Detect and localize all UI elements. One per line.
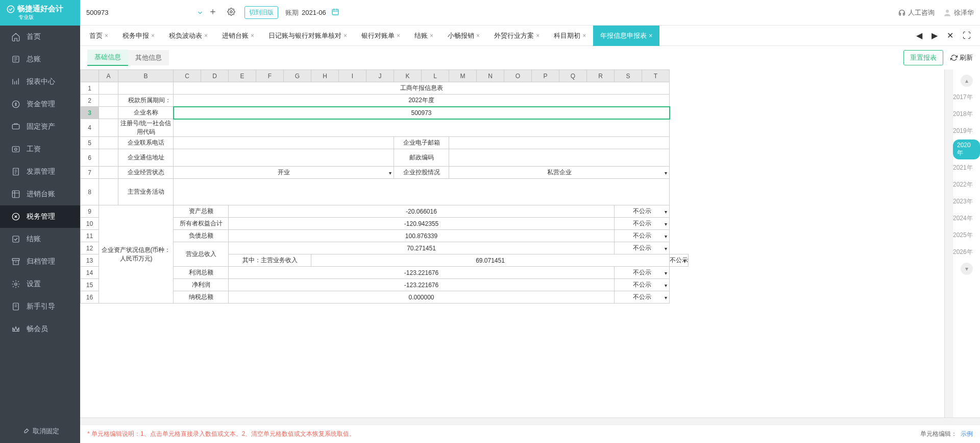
user-menu[interactable]: 徐泽华 [943, 8, 974, 17]
sidebar-item-psi[interactable]: 进销台账 [0, 183, 80, 205]
year-item[interactable]: 2018年 [953, 106, 980, 123]
value-cell[interactable]: 70.271451 [229, 242, 615, 254]
reset-report-button[interactable]: 重置报表 [903, 50, 943, 65]
spreadsheet[interactable]: ABCDEFGHIJKLMNOPQRST1工商年报信息表2税款所属期间：2022… [80, 69, 944, 417]
tab-close[interactable]: × [430, 32, 433, 39]
tab[interactable]: 进销台账× [215, 26, 261, 46]
period-value[interactable]: 2021-06 [302, 9, 326, 16]
sidebar-unpin[interactable]: 取消固定 [0, 419, 80, 443]
col-header[interactable]: O [504, 70, 532, 82]
value-cell[interactable]: -123.221676 [229, 279, 615, 291]
col-header[interactable]: E [229, 70, 256, 82]
value-cell[interactable]: 0.000000 [229, 291, 615, 304]
company-name-cell[interactable]: 500973 [174, 107, 670, 119]
gear-icon[interactable] [227, 8, 235, 17]
sidebar-item-invoice[interactable]: 发票管理 [0, 160, 80, 183]
add-icon[interactable] [209, 8, 217, 17]
sidebar-item-setting[interactable]: 设置 [0, 273, 80, 295]
year-item[interactable]: 2026年 [953, 244, 980, 261]
tab[interactable]: 首页× [82, 26, 115, 46]
sidebar-item-tax[interactable]: 税务管理 [0, 205, 80, 228]
tab-close[interactable]: × [649, 32, 652, 39]
horizontal-scrollbar[interactable] [80, 417, 980, 425]
col-header[interactable]: C [174, 70, 201, 82]
tab[interactable]: 结账× [407, 26, 440, 46]
uscc-cell[interactable] [174, 119, 670, 137]
col-header[interactable]: I [339, 70, 366, 82]
sidebar-item-archive[interactable]: 归档管理 [0, 250, 80, 273]
tabs-next[interactable]: ▶ [928, 29, 941, 42]
col-header[interactable]: G [284, 70, 311, 82]
year-item[interactable]: 2025年 [953, 227, 980, 244]
year-item[interactable]: 2023年 [953, 193, 980, 210]
value-cell[interactable]: -120.942355 [229, 218, 615, 230]
col-header[interactable]: J [366, 70, 394, 82]
col-header[interactable]: L [422, 70, 449, 82]
publish-select[interactable]: 不公示 [615, 230, 670, 242]
tab-close[interactable]: × [582, 32, 586, 39]
col-header[interactable]: K [394, 70, 422, 82]
subtab-other[interactable]: 其他信息 [128, 50, 169, 65]
sidebar-item-ledger[interactable]: 总账 [0, 48, 80, 71]
tab[interactable]: 外贸行业方案× [487, 26, 547, 46]
tab[interactable]: 日记账与银行对账单核对× [261, 26, 354, 46]
tabs-fullscreen[interactable]: ⛶ [960, 29, 974, 42]
business-status-select[interactable]: 开业 [174, 167, 394, 179]
support-link[interactable]: 人工咨询 [898, 8, 935, 17]
row-header[interactable]: 1 [81, 82, 99, 95]
tab[interactable]: 年报信息申报表× [593, 26, 659, 46]
tabs-prev[interactable]: ◀ [913, 29, 925, 42]
holding-select[interactable]: 私营企业 [449, 167, 670, 179]
company-select[interactable]: 500973 [86, 9, 204, 16]
col-header[interactable]: Q [559, 70, 587, 82]
row-header[interactable]: 2 [81, 95, 99, 107]
tab-close[interactable]: × [397, 32, 400, 39]
col-header[interactable]: F [256, 70, 284, 82]
col-header[interactable]: T [642, 70, 670, 82]
sidebar-item-report[interactable]: 报表中心 [0, 71, 80, 93]
col-header[interactable]: B [118, 70, 174, 82]
col-header[interactable]: N [477, 70, 504, 82]
year-item[interactable]: 2020年 [953, 139, 980, 159]
tab[interactable]: 小畅报销× [440, 26, 487, 46]
value-cell[interactable]: -123.221676 [229, 267, 615, 279]
year-item[interactable]: 2021年 [953, 159, 980, 176]
sidebar-item-close[interactable]: 结账 [0, 228, 80, 250]
year-item[interactable]: 2022年 [953, 176, 980, 193]
tabs-close-all[interactable]: ✕ [944, 29, 957, 42]
tab[interactable]: 税负波动表× [162, 26, 215, 46]
col-header[interactable]: A [99, 70, 118, 82]
publish-select[interactable]: 不公示 [615, 242, 670, 254]
sidebar-item-asset[interactable]: 固定资产 [0, 115, 80, 138]
value-cell[interactable]: -20.066016 [229, 205, 615, 218]
publish-select[interactable]: 不公示 [615, 218, 670, 230]
col-header[interactable]: P [532, 70, 559, 82]
tab-close[interactable]: × [476, 32, 480, 39]
row-header[interactable]: 3 [81, 107, 99, 119]
sidebar-item-home[interactable]: 首页 [0, 26, 80, 48]
year-item[interactable]: 2019年 [953, 123, 980, 139]
publish-select[interactable]: 不公示 [615, 291, 670, 304]
publish-select[interactable]: 不公示 [615, 205, 670, 218]
value-cell[interactable]: 69.071451 [311, 254, 670, 267]
tab[interactable]: 银行对账单× [354, 26, 407, 46]
value-cell[interactable]: 100.876339 [229, 230, 615, 242]
footer-example-link[interactable]: 示例 [961, 430, 973, 437]
year-down[interactable]: ▾ [961, 263, 973, 275]
tab-close[interactable]: × [204, 32, 208, 39]
tab-close[interactable]: × [105, 32, 108, 39]
switch-old-button[interactable]: 切到旧版 [244, 6, 278, 19]
sidebar-item-vip[interactable]: 畅会员 [0, 318, 80, 340]
sidebar-item-funds[interactable]: 资金管理 [0, 93, 80, 115]
tab[interactable]: 税务申报× [115, 26, 162, 46]
col-header[interactable]: M [449, 70, 477, 82]
subtab-basic[interactable]: 基础信息 [87, 50, 128, 66]
tab-close[interactable]: × [344, 32, 347, 39]
tab-close[interactable]: × [251, 32, 254, 39]
refresh-button[interactable]: 刷新 [950, 53, 973, 62]
tab-close[interactable]: × [151, 32, 155, 39]
sidebar-item-salary[interactable]: 工资 [0, 138, 80, 160]
sidebar-item-guide[interactable]: 新手引导 [0, 295, 80, 318]
year-up[interactable]: ▴ [961, 75, 973, 87]
col-header[interactable]: H [311, 70, 339, 82]
